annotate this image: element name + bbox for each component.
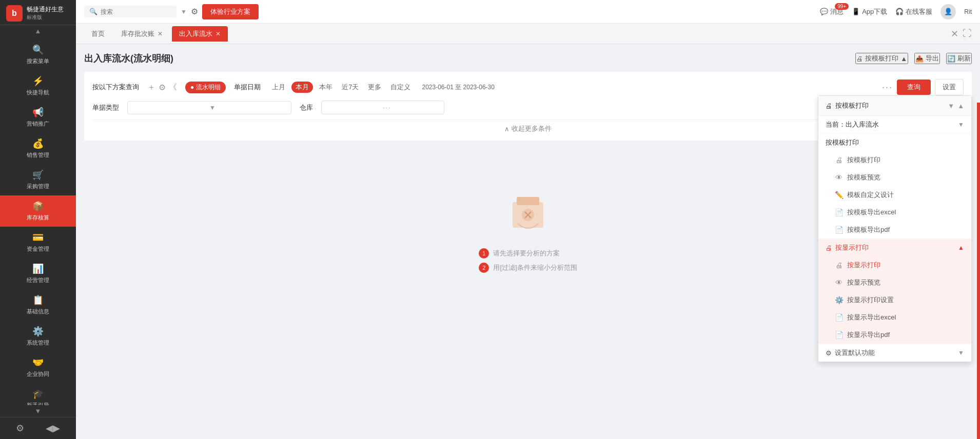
finance-nav-label: 资金管理 [27,245,49,253]
online-service-button[interactable]: 🎧 在线客服 [895,7,932,16]
tab-close-all-icon[interactable]: ✕ [951,28,958,39]
more-options-icon[interactable]: ··· [882,82,893,93]
export-button[interactable]: 📤 导出 [914,53,940,64]
filter-setting-button[interactable]: ⚙ [159,83,166,92]
sidebar-scroll-up[interactable]: ▲ [0,25,76,37]
tab-home[interactable]: 首页 [84,26,112,42]
dropdown-template-print-item[interactable]: 🖨 按模板打印 [818,151,971,169]
tab-batch-account[interactable]: 库存批次账 ✕ [114,26,170,42]
filter-add-button[interactable]: ＋ [147,82,155,93]
sidebar-bottom: ⚙ ◀▶ [0,417,76,439]
tab-batch-account-label: 库存批次账 [121,29,154,38]
dropdown-display-print-item[interactable]: 🖨 按显示打印 [818,256,971,274]
sidebar-item-marketing[interactable]: 📢 营销推广 [0,102,76,133]
sidebar-item-quick-nav[interactable]: ⚡ 快捷导航 [0,70,76,102]
search-nav-icon: 🔍 [32,44,44,55]
dropdown-display-header[interactable]: 🖨 按显示打印 ▲ [818,239,971,256]
print-dropdown-arrow[interactable]: ▲ [900,55,907,63]
display-preview-icon: 👁 [835,278,843,287]
template-pdf-icon: 📄 [835,226,843,234]
dropdown-footer-item[interactable]: ⚙ 设置默认功能 [826,348,875,357]
sidebar-item-operations[interactable]: 📊 经营管理 [0,258,76,289]
dropdown-template-header[interactable]: 按模板打印 [818,134,971,151]
collapse-more-btn[interactable]: ∧ 收起更多条件 [504,124,552,133]
topbar-left: 🔍 ▼ ⚙ 体验行业方案 [84,4,259,19]
dropdown-template-label: 按模板打印 [826,138,859,147]
cooperation-nav-label: 企业协同 [27,370,49,378]
filter-label: 按以下方案查询 [92,83,139,92]
tab-maximize-icon[interactable]: ⛶ [963,28,972,39]
sidebar-item-purchase[interactable]: 🛒 采购管理 [0,164,76,195]
dropdown-template-excel-item[interactable]: 📄 按模板导出excel [818,204,971,221]
tab-expand-buttons: ✕ ⛶ [951,28,972,39]
operations-nav-label: 经营管理 [27,276,49,284]
basic-info-nav-label: 基础信息 [27,308,49,315]
filter-active-tag[interactable]: ● 流水明细 [185,82,226,93]
dropdown-template-design-item[interactable]: ✏️ 模板自定义设计 [818,186,971,204]
sidebar-scroll-down[interactable]: ▼ [0,405,76,417]
query-button[interactable]: 查询 [897,79,931,95]
avatar: 👤 [940,4,956,19]
sidebar-item-finance[interactable]: 💳 资金管理 [0,227,76,258]
dropdown-display-arrow: ▲ [958,244,964,251]
filter-collapse-button[interactable]: 《 [169,82,177,93]
dropdown-display-excel-item[interactable]: 📄 按显示导出excel [818,309,971,326]
tab-flow-close[interactable]: ✕ [215,30,221,37]
app-download-button[interactable]: 📱 App下载 [852,7,887,16]
sidebar-settings-btn[interactable]: ⚙ [16,423,24,434]
sales-nav-label: 销售管理 [27,151,49,159]
tab-flow[interactable]: 出入库流水 ✕ [172,26,228,42]
date-option-last-month[interactable]: 上月 [269,82,288,93]
warehouse-select[interactable]: ··· [321,101,444,114]
tab-batch-account-close[interactable]: ✕ [158,30,163,37]
dropdown-footer: ⚙ 设置默认功能 ▼ [818,344,971,362]
refresh-button[interactable]: 🔄 刷新 [946,53,972,64]
dropdown-printer-icon: 🖨 [826,102,832,110]
display-excel-label: 按显示导出excel [847,313,896,322]
date-option-more[interactable]: 更多 [365,82,384,93]
sidebar-item-basic-info[interactable]: 📋 基础信息 [0,289,76,321]
filter-tag-label: 流水明细 [196,83,221,92]
message-button[interactable]: 💬 消息 99+ [820,7,844,16]
dropdown-template-pdf-item[interactable]: 📄 按模板导出pdf [818,221,971,238]
dropdown-display-settings-item[interactable]: ⚙️ 按显示打印设置 [818,291,971,309]
settings-button[interactable]: 设置 [935,79,964,95]
topbar-search-chevron[interactable]: ▼ [181,8,187,15]
date-option-this-year[interactable]: 本年 [316,82,336,93]
right-edge-expand[interactable] [977,103,980,439]
trial-button[interactable]: 体验行业方案 [202,4,259,19]
doc-type-select[interactable]: ▼ [127,101,291,114]
date-option-7days[interactable]: 近7天 [339,82,362,93]
guide-nav-label: 新手引导 [27,402,49,405]
system-nav-label: 系统管理 [27,339,49,347]
date-option-this-month[interactable]: 本月 [291,82,313,93]
warehouse-more-icon[interactable]: ··· [383,104,439,111]
sidebar-logo: b 畅捷通好生意 标准版 [0,0,76,25]
sidebar-item-cooperation[interactable]: 🤝 企业协同 [0,352,76,383]
sidebar-item-inventory[interactable]: 📦 库存核算 [0,195,76,227]
svg-rect-1 [517,197,539,205]
online-service-label: 在线客服 [906,7,932,16]
template-print-label: 按模板打印 [847,155,880,165]
date-option-custom[interactable]: 自定义 [387,82,414,93]
sidebar-item-system[interactable]: ⚙️ 系统管理 [0,321,76,352]
dropdown-template-preview-item[interactable]: 👁 按模板预览 [818,169,971,186]
username-label: Rit [964,8,972,15]
dropdown-current-arrow[interactable]: ▼ [948,102,954,110]
search-input[interactable] [101,8,162,15]
print-button[interactable]: 🖨 按模板打印 ▲ [855,53,908,64]
dropdown-display-section: 🖨 按显示打印 ▲ 🖨 按显示打印 👁 按显示预览 ⚙️ [818,239,971,344]
sidebar-item-search[interactable]: 🔍 搜索菜单 [0,39,76,70]
tab-home-label: 首页 [91,29,105,38]
main-content: 🔍 ▼ ⚙ 体验行业方案 💬 消息 99+ 📱 App下载 🎧 [76,0,980,439]
sidebar-item-guide[interactable]: 🎓 新手引导 [0,383,76,405]
topbar-gear-icon[interactable]: ⚙ [191,7,198,16]
sidebar-collapse-btn[interactable]: ◀▶ [46,423,60,434]
dropdown-display-pdf-item[interactable]: 📄 按显示导出pdf [818,326,971,344]
operations-nav-icon: 📊 [32,263,44,274]
date-range-text: 2023-06-01 至 2023-06-30 [422,83,494,92]
sidebar-item-sales[interactable]: 💰 销售管理 [0,133,76,164]
dropdown-collapse-arrow[interactable]: ▲ [957,102,964,110]
message-badge: 99+ [835,3,849,10]
dropdown-display-preview-item[interactable]: 👁 按显示预览 [818,274,971,291]
